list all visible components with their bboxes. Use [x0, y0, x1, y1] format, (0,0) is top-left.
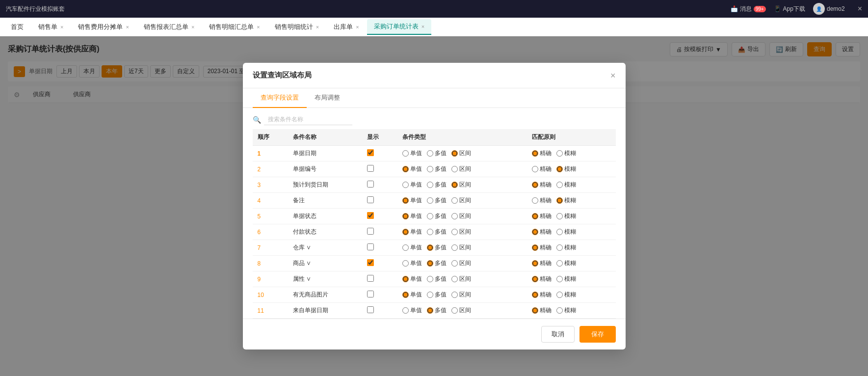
match-radio-label[interactable]: 模糊	[556, 165, 576, 173]
type-radio-label[interactable]: 区间	[451, 291, 471, 299]
type-radio-label[interactable]: 单值	[402, 165, 422, 173]
match-radio-label[interactable]: 精确	[532, 149, 552, 158]
save-button[interactable]: 保存	[579, 326, 616, 343]
match-radio-input[interactable]	[556, 229, 563, 235]
type-radio-input[interactable]	[451, 292, 458, 298]
tab-sales-expense-close[interactable]: ×	[126, 24, 129, 30]
dialog-tab-layout[interactable]: 布局调整	[307, 88, 348, 108]
match-radio-input[interactable]	[532, 276, 538, 282]
match-radio-input[interactable]	[556, 213, 563, 219]
type-radio-label[interactable]: 区间	[451, 149, 471, 158]
type-radio-input[interactable]	[427, 213, 433, 219]
type-radio-label[interactable]: 区间	[451, 306, 471, 315]
match-radio-label[interactable]: 精确	[532, 165, 552, 173]
match-radio-input[interactable]	[556, 307, 563, 314]
type-radio-input[interactable]	[427, 166, 433, 172]
match-radio-input[interactable]	[532, 292, 538, 298]
type-radio-label[interactable]: 单值	[402, 149, 422, 158]
type-radio-input[interactable]	[402, 197, 409, 204]
display-checkbox[interactable]	[367, 212, 374, 219]
match-radio-label[interactable]: 精确	[532, 291, 552, 299]
type-radio-input[interactable]	[427, 307, 433, 314]
display-checkbox[interactable]	[367, 165, 374, 172]
type-radio-input[interactable]	[402, 150, 409, 157]
dialog-tab-query-fields[interactable]: 查询字段设置	[253, 88, 307, 108]
type-radio-label[interactable]: 区间	[451, 275, 471, 283]
type-radio-input[interactable]	[451, 182, 458, 188]
type-radio-label[interactable]: 单值	[402, 259, 422, 268]
type-radio-label[interactable]: 单值	[402, 181, 422, 189]
type-radio-input[interactable]	[402, 276, 409, 282]
match-radio-input[interactable]	[556, 244, 563, 251]
display-checkbox[interactable]	[367, 243, 374, 250]
match-radio-input[interactable]	[556, 166, 563, 172]
type-radio-label[interactable]: 单值	[402, 291, 422, 299]
type-radio-input[interactable]	[427, 182, 433, 188]
display-checkbox[interactable]	[367, 181, 374, 188]
type-radio-input[interactable]	[451, 213, 458, 219]
match-radio-label[interactable]: 模糊	[556, 196, 576, 205]
match-radio-input[interactable]	[532, 307, 538, 314]
type-radio-label[interactable]: 区间	[451, 243, 471, 252]
type-radio-input[interactable]	[402, 229, 409, 235]
type-radio-label[interactable]: 区间	[451, 196, 471, 205]
match-radio-input[interactable]	[556, 292, 563, 298]
tab-purchase-stats-close[interactable]: ×	[421, 24, 424, 29]
dialog-close-button[interactable]: ×	[610, 71, 616, 80]
type-radio-label[interactable]: 多值	[427, 275, 447, 283]
tab-sales-expense[interactable]: 销售费用分摊单 ×	[71, 20, 135, 34]
type-radio-label[interactable]: 多值	[427, 181, 447, 189]
type-radio-input[interactable]	[402, 260, 409, 267]
type-radio-label[interactable]: 多值	[427, 149, 447, 158]
match-radio-input[interactable]	[556, 182, 563, 188]
type-radio-input[interactable]	[402, 292, 409, 298]
top-close-button[interactable]: ×	[858, 4, 862, 13]
match-radio-input[interactable]	[532, 213, 538, 219]
tab-outbound-close[interactable]: ×	[356, 24, 359, 30]
type-radio-label[interactable]: 区间	[451, 181, 471, 189]
cancel-button[interactable]: 取消	[541, 326, 575, 343]
tab-sales-stats-close[interactable]: ×	[316, 24, 319, 30]
type-radio-label[interactable]: 单值	[402, 228, 422, 236]
type-radio-input[interactable]	[451, 197, 458, 204]
type-radio-label[interactable]: 多值	[427, 291, 447, 299]
match-radio-input[interactable]	[532, 182, 538, 188]
type-radio-input[interactable]	[427, 260, 433, 267]
display-checkbox[interactable]	[367, 259, 374, 266]
match-radio-label[interactable]: 模糊	[556, 275, 576, 283]
display-checkbox[interactable]	[367, 196, 374, 203]
match-radio-label[interactable]: 精确	[532, 212, 552, 220]
type-radio-input[interactable]	[451, 244, 458, 251]
type-radio-input[interactable]	[451, 260, 458, 267]
type-radio-label[interactable]: 单值	[402, 243, 422, 252]
match-radio-label[interactable]: 精确	[532, 275, 552, 283]
match-radio-label[interactable]: 模糊	[556, 228, 576, 236]
type-radio-label[interactable]: 多值	[427, 259, 447, 268]
match-radio-input[interactable]	[532, 260, 538, 267]
tab-outbound[interactable]: 出库单 ×	[327, 20, 366, 34]
type-radio-label[interactable]: 区间	[451, 228, 471, 236]
tab-sales-stats[interactable]: 销售明细统计 ×	[268, 20, 326, 34]
display-checkbox[interactable]	[367, 149, 374, 156]
type-radio-input[interactable]	[427, 292, 433, 298]
type-radio-label[interactable]: 单值	[402, 275, 422, 283]
type-radio-label[interactable]: 区间	[451, 165, 471, 173]
type-radio-input[interactable]	[451, 229, 458, 235]
tab-home[interactable]: 首页	[4, 20, 30, 34]
type-radio-input[interactable]	[427, 276, 433, 282]
search-input[interactable]	[264, 114, 352, 125]
match-radio-label[interactable]: 模糊	[556, 259, 576, 268]
tab-sales-detail[interactable]: 销售明细汇总单 ×	[202, 20, 266, 34]
type-radio-input[interactable]	[427, 244, 433, 251]
type-radio-input[interactable]	[427, 150, 433, 157]
match-radio-label[interactable]: 模糊	[556, 181, 576, 189]
match-radio-label[interactable]: 精确	[532, 259, 552, 268]
display-checkbox[interactable]	[367, 275, 374, 282]
type-radio-input[interactable]	[402, 166, 409, 172]
app-download-section[interactable]: 📱 App下载	[774, 5, 805, 13]
match-radio-label[interactable]: 精确	[532, 228, 552, 236]
tab-sales-order[interactable]: 销售单 ×	[31, 20, 70, 34]
type-radio-input[interactable]	[451, 307, 458, 314]
match-radio-input[interactable]	[532, 166, 538, 172]
type-radio-input[interactable]	[427, 197, 433, 204]
